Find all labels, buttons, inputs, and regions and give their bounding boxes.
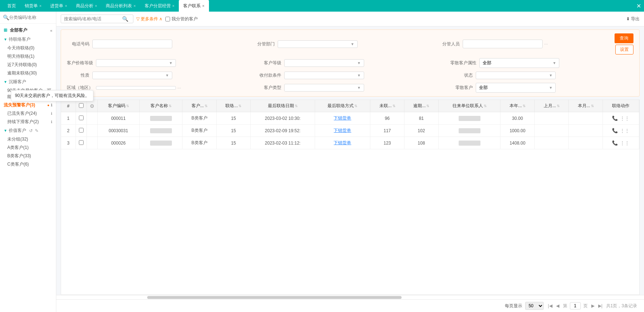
my-customers-checkbox[interactable] bbox=[165, 17, 170, 21]
col-last-contact-date[interactable]: 最后联络日期⇅ bbox=[250, 100, 315, 112]
close-window-button[interactable]: ✕ bbox=[636, 3, 641, 9]
sidebar-item-churn-warning[interactable]: 流失预警客户(3) ● ℹ bbox=[0, 101, 56, 109]
filter-person-input[interactable] bbox=[463, 40, 543, 48]
sidebar-search-input[interactable] bbox=[9, 15, 56, 20]
tab-product-analysis-list[interactable]: 商品分析列表 × bbox=[101, 0, 140, 12]
filter-customer-level-select[interactable]: ▼ bbox=[284, 59, 364, 67]
sidebar-group-dormant[interactable]: ▼ 沉睡客户 bbox=[0, 77, 56, 86]
row-checkbox[interactable] bbox=[79, 128, 84, 133]
contact-action-icon[interactable]: 📞 bbox=[612, 140, 618, 146]
sidebar-item-overdue-contact[interactable]: 逾期未联络(30) bbox=[0, 69, 56, 77]
more-filter-button[interactable]: ▽ 更多条件 ∧ bbox=[136, 16, 162, 22]
sidebar-item-b-customers[interactable]: B类客户(33) bbox=[0, 152, 56, 160]
select-all-checkbox[interactable] bbox=[79, 103, 84, 108]
table-settings-icon[interactable]: ⚙ bbox=[90, 103, 94, 109]
col-customer-type[interactable]: 客户...⇅ bbox=[182, 100, 217, 112]
filter-retail-customer-select[interactable]: 全部 ▼ bbox=[476, 83, 556, 93]
sidebar-item-7day-contact[interactable]: 近7天待联络(0) bbox=[0, 61, 56, 69]
sidebar-item-declining-customers[interactable]: 持续下滑客户(2) ℹ bbox=[0, 118, 56, 126]
sidebar-item-c-customers[interactable]: C类客户(6) bbox=[0, 160, 56, 169]
filter-customer-type-select[interactable]: ▼ bbox=[284, 84, 364, 92]
more-action-icon[interactable]: ⋮⋮ bbox=[620, 116, 629, 121]
contact-action-icon[interactable]: 📞 bbox=[612, 128, 618, 133]
filter-status-select[interactable]: ▼ bbox=[476, 72, 556, 79]
col-contact[interactable]: 联络...⇅ bbox=[217, 100, 251, 112]
filter-retail-attr-select[interactable]: 全部 ▼ bbox=[479, 58, 559, 68]
cell-index: 3 bbox=[61, 137, 76, 149]
contact-action-icon[interactable]: 📞 bbox=[612, 116, 618, 121]
filter-dept-select[interactable]: ▼ bbox=[278, 40, 358, 48]
sidebar-group-pending-contact[interactable]: ▼ 待联络客户 bbox=[0, 35, 56, 44]
tab-product-analysis[interactable]: 商品分析 × bbox=[72, 0, 101, 12]
edit-icon[interactable]: ✎ bbox=[35, 128, 39, 133]
region-dots-icon[interactable]: ··· bbox=[177, 85, 181, 90]
tab-customer-segment-close[interactable]: × bbox=[172, 0, 174, 12]
col-checkbox[interactable] bbox=[76, 100, 86, 112]
cell-uncontacted: 117 bbox=[370, 125, 404, 137]
sidebar-item-today-contact[interactable]: 今天待联络(0) bbox=[0, 44, 56, 52]
sidebar-item-lost-customers[interactable]: 已流失客户(24) ℹ bbox=[0, 109, 56, 118]
col-uncontacted[interactable]: 未联...⇅ bbox=[370, 100, 404, 112]
cell-checkbox[interactable] bbox=[76, 112, 86, 125]
first-page-button[interactable]: |◀ bbox=[547, 303, 553, 308]
tab-home[interactable]: 首页 bbox=[3, 0, 20, 12]
tab-purchase-order-close[interactable]: × bbox=[65, 0, 67, 12]
cell-last-contact-method[interactable]: 下销货单 bbox=[315, 137, 370, 149]
cell-last-contact-date: 2023-02-03 11:12: bbox=[250, 137, 315, 149]
col-settings[interactable]: ⚙ bbox=[86, 100, 97, 112]
settings-button[interactable]: 设置 bbox=[615, 45, 633, 54]
search-icon-btn[interactable]: 🔍 bbox=[122, 16, 128, 22]
sidebar-group-value-customers[interactable]: ▼ 价值客户 ↺ ✎ bbox=[0, 126, 56, 135]
per-page-select[interactable]: 50 20 100 bbox=[525, 302, 544, 310]
scrollbar-thumb[interactable] bbox=[147, 296, 402, 299]
cell-last-contact-method[interactable]: 下销货单 bbox=[315, 125, 370, 137]
filter-retail-attr-value: 全部 bbox=[483, 60, 491, 66]
filter-region-select[interactable] bbox=[96, 86, 176, 90]
filter-payment-select[interactable]: ▼ bbox=[284, 72, 364, 79]
row-checkbox[interactable] bbox=[79, 116, 84, 120]
page-number-input[interactable] bbox=[570, 302, 581, 309]
filter-price-level-select[interactable]: ▼ bbox=[96, 59, 176, 67]
dots-icon[interactable]: ··· bbox=[544, 41, 548, 46]
filter-nature-select[interactable]: ▼ bbox=[92, 72, 172, 79]
tab-sales-order[interactable]: 销货单 × bbox=[20, 0, 46, 12]
col-this-year[interactable]: 本年...⇅ bbox=[500, 100, 535, 112]
tab-customer-contact-close[interactable]: × bbox=[202, 0, 204, 12]
col-customer-name[interactable]: 客户名称⇅ bbox=[139, 100, 182, 112]
sidebar-all-customers[interactable]: ⊞ 全部客户 « bbox=[0, 26, 56, 35]
more-action-icon[interactable]: ⋮⋮ bbox=[620, 128, 629, 133]
tab-customer-contact[interactable]: 客户联系 × bbox=[179, 0, 209, 12]
next-page-button[interactable]: ▶ bbox=[590, 303, 596, 308]
cell-checkbox[interactable] bbox=[76, 125, 86, 137]
col-customer-code[interactable]: 客户编码⇅ bbox=[97, 100, 139, 112]
tab-product-analysis-close[interactable]: × bbox=[95, 0, 97, 12]
cell-checkbox[interactable] bbox=[76, 137, 86, 149]
tab-sales-order-close[interactable]: × bbox=[39, 0, 41, 12]
tab-customer-segment[interactable]: 客户分层经营 × bbox=[140, 0, 179, 12]
cell-last-contact-date: 2023-03-02 10:30: bbox=[250, 112, 315, 125]
refresh-icon[interactable]: ↺ bbox=[29, 128, 33, 133]
filter-phone-input[interactable] bbox=[92, 40, 172, 48]
col-last-contact-method[interactable]: 最后联络方式⇅ bbox=[315, 100, 370, 112]
tab-product-analysis-list-close[interactable]: × bbox=[133, 0, 136, 12]
row-checkbox[interactable] bbox=[79, 140, 84, 145]
tab-purchase-order[interactable]: 进货单 × bbox=[46, 0, 71, 12]
page-label: 第 bbox=[562, 303, 568, 309]
prev-page-button[interactable]: ◀ bbox=[555, 303, 560, 308]
sidebar-item-a-customers[interactable]: A类客户(1) bbox=[0, 143, 56, 152]
col-contact-person[interactable]: 往来单位联系人⇅ bbox=[438, 100, 500, 112]
cell-last-month bbox=[535, 125, 569, 137]
col-overdue[interactable]: 逾期...⇅ bbox=[404, 100, 438, 112]
collapse-icon: « bbox=[50, 28, 52, 33]
last-page-button[interactable]: ▶| bbox=[597, 303, 604, 308]
search-input[interactable] bbox=[64, 16, 122, 21]
more-action-icon[interactable]: ⋮⋮ bbox=[620, 140, 629, 146]
horizontal-scrollbar[interactable] bbox=[56, 295, 644, 299]
sidebar-item-tomorrow-contact[interactable]: 明天待联络(1) bbox=[0, 52, 56, 61]
col-this-month[interactable]: 本月...⇅ bbox=[569, 100, 603, 112]
cell-last-contact-method[interactable]: 下销货单 bbox=[315, 112, 370, 125]
query-button[interactable]: 查询 bbox=[615, 33, 633, 43]
export-button[interactable]: ⬇ 导出 bbox=[626, 16, 640, 22]
sidebar-item-ungrouped[interactable]: 未分组(32) bbox=[0, 135, 56, 143]
col-last-month[interactable]: 上月...⇅ bbox=[535, 100, 569, 112]
